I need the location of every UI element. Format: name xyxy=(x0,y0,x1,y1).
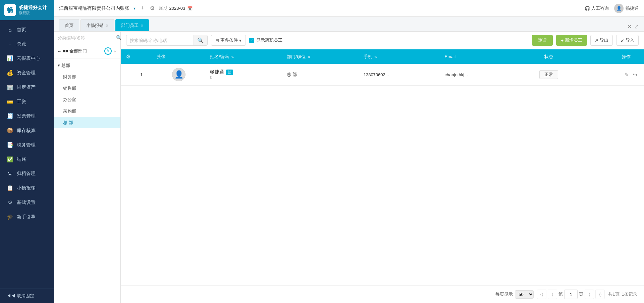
tab-home[interactable]: 首页 xyxy=(59,19,79,31)
col-settings[interactable]: ⚙ xyxy=(121,49,136,64)
topbar-right: 🎧 人工咨询 👤 畅捷通 xyxy=(585,4,639,13)
more-filters-button[interactable]: ⊞ 更多条件 ▾ xyxy=(211,35,246,46)
cancel-pin-button[interactable]: ◀◀ 取消固定 xyxy=(0,289,54,303)
dept-node-general[interactable]: 总 部 xyxy=(54,117,120,128)
col-actions: 操作 xyxy=(582,49,644,64)
close-xiaochang-tab-button[interactable]: × xyxy=(106,23,108,28)
tax-icon: 📑 xyxy=(7,142,13,148)
next-page-button[interactable]: ⟩ xyxy=(585,290,594,299)
dept-edit-button[interactable]: ✎ xyxy=(104,47,112,55)
sidebar-item-settings[interactable]: ⚙ 基础设置 xyxy=(0,195,54,210)
dept-node-root[interactable]: ▾ 总部 xyxy=(54,60,120,71)
employee-search-button[interactable]: 🔍 xyxy=(194,35,207,45)
sidebar-item-assets[interactable]: 🏢 固定资产 xyxy=(0,80,54,94)
invite-button[interactable]: 邀请 xyxy=(532,35,553,46)
sidebar-item-archive[interactable]: 🗂 归档管理 xyxy=(0,167,54,181)
employee-search-input[interactable] xyxy=(126,38,194,43)
col-avatar: 头像 xyxy=(152,49,205,64)
tab-employees-label: 部门员工 xyxy=(121,23,139,29)
dept-node-finance[interactable]: 财务部 xyxy=(54,71,120,83)
col-dept-pos[interactable]: 部门/职位 ⇅ xyxy=(282,49,359,64)
logo-button[interactable]: 畅 畅捷通好会计 旗舰版 xyxy=(0,0,54,20)
support-button[interactable]: 🎧 人工咨询 xyxy=(585,5,609,11)
xiaochang-icon: 📋 xyxy=(7,185,13,191)
dept-node-office[interactable]: 办公室 xyxy=(54,94,120,105)
sidebar-item-xiaochang[interactable]: 📋 小畅报销 xyxy=(0,181,54,195)
maximize-button[interactable]: ⤢ xyxy=(634,24,639,30)
dept-node-purchase[interactable]: 采购部 xyxy=(54,105,120,117)
avatar: 👤 xyxy=(614,4,624,13)
last-page-button[interactable]: ⟩⟩ xyxy=(595,290,605,299)
row-settings-cell xyxy=(121,64,136,86)
sidebar-item-funds[interactable]: 💰 资金管理 xyxy=(0,66,54,80)
show-resigned-toggle[interactable]: ✓ 显示离职员工 xyxy=(249,37,282,43)
export-button[interactable]: ↗ 导出 xyxy=(590,35,613,46)
prev-page-button[interactable]: ⟨ xyxy=(548,290,557,299)
support-label: 人工咨询 xyxy=(591,5,609,11)
sidebar-item-home[interactable]: ⌂ 首页 xyxy=(0,23,54,37)
sidebar-item-ledger[interactable]: ≡ 总账 xyxy=(0,37,54,51)
sidebar-item-checkout[interactable]: ✅ 结账 xyxy=(0,152,54,167)
app-name: 畅捷通好会计 xyxy=(19,5,47,10)
logout-employee-button[interactable]: ↪ xyxy=(633,72,637,78)
sidebar-item-tax[interactable]: 📑 税务管理 xyxy=(0,138,54,152)
sidebar-item-inventory[interactable]: 📦 库存核算 xyxy=(0,123,54,138)
employee-code: 0 xyxy=(210,75,277,80)
edit-employee-button[interactable]: ✎ xyxy=(625,72,629,78)
tab-home-label: 首页 xyxy=(65,23,73,29)
tab-employees[interactable]: 部门员工 × xyxy=(115,19,149,31)
tab-xiaochang[interactable]: 小畅报销 × xyxy=(80,19,114,31)
main-area: 江西服宝精品有限责任公司内账张 ▾ + ⚙ 账期 2023-03 📅 🎧 人工咨… xyxy=(54,0,644,303)
row-index: 1 xyxy=(140,72,143,77)
dept-node-sales[interactable]: 销售部 xyxy=(54,83,120,94)
filter-chevron-icon: ▾ xyxy=(239,38,241,43)
dept-sort-icon[interactable]: ⇅ xyxy=(308,55,310,59)
all-dept-text: ■■ 全部部门 xyxy=(63,48,87,54)
close-employees-tab-button[interactable]: × xyxy=(141,23,143,28)
add-employee-button[interactable]: + 新增员工 xyxy=(556,35,587,46)
sidebar-item-salary[interactable]: 💳 工资 xyxy=(0,94,54,109)
sidebar-item-reports[interactable]: 📊 云报表中心 xyxy=(0,51,54,66)
col-index xyxy=(136,49,152,64)
name-sort-icon[interactable]: ⇅ xyxy=(231,55,234,59)
row-email-cell: chanjethkj... xyxy=(440,64,516,86)
assets-icon: 🏢 xyxy=(7,84,13,90)
add-company-button[interactable]: + xyxy=(140,5,146,12)
page-number-input[interactable] xyxy=(564,290,578,299)
dept-action-icons: ✎ « xyxy=(104,47,116,55)
import-button[interactable]: ↙ 导入 xyxy=(616,35,639,46)
show-resigned-checkbox[interactable]: ✓ xyxy=(249,38,254,43)
all-departments-button[interactable]: ▪▪ ■■ 全部部门 ✎ « xyxy=(54,44,120,58)
dept-search-input[interactable] xyxy=(58,35,114,40)
sidebar-item-inventory-label: 库存核算 xyxy=(17,128,36,134)
company-dropdown-button[interactable]: ▾ xyxy=(133,6,136,11)
logo-text-block: 畅捷通好会计 旗舰版 xyxy=(19,5,47,15)
show-resigned-label: 显示离职员工 xyxy=(256,37,282,43)
topbar-settings-button[interactable]: ⚙ xyxy=(150,5,155,11)
phone-sort-icon[interactable]: ⇅ xyxy=(374,55,377,59)
dept-collapse-button[interactable]: « xyxy=(114,48,116,54)
col-phone[interactable]: 手机 ⇅ xyxy=(359,49,440,64)
per-page-select[interactable]: 10 20 50 100 xyxy=(515,290,534,299)
col-phone-label: 手机 xyxy=(364,54,372,59)
col-dept-pos-label: 部门/职位 xyxy=(287,54,306,59)
col-settings-icon[interactable]: ⚙ xyxy=(126,54,130,59)
page-total: 共1页, 1条记录 xyxy=(608,291,637,297)
col-avatar-label: 头像 xyxy=(157,54,166,59)
close-all-tabs-button[interactable]: ✕ xyxy=(627,24,632,30)
dept-search-bar: 🔍 xyxy=(54,32,120,44)
row-actions-cell: ✎ ↪ xyxy=(582,64,644,86)
sidebar-item-guide[interactable]: 🎓 新手引导 xyxy=(0,210,54,224)
calendar-icon[interactable]: 📅 xyxy=(187,6,193,11)
page-label: 第 xyxy=(558,291,563,297)
home-icon: ⌂ xyxy=(7,27,13,33)
user-menu-button[interactable]: 👤 畅捷通 xyxy=(614,4,639,13)
sidebar-item-invoice[interactable]: 🧾 发票管理 xyxy=(0,109,54,123)
ledger-icon: ≡ xyxy=(7,41,13,47)
first-page-button[interactable]: ⟨⟨ xyxy=(537,290,546,299)
sidebar-item-salary-label: 工资 xyxy=(17,99,26,105)
import-label: 导入 xyxy=(626,37,634,43)
period-label: 账期 xyxy=(159,5,167,11)
sidebar-nav: ⌂ 首页 ≡ 总账 📊 云报表中心 💰 资金管理 🏢 固定资产 💳 工资 🧾 发… xyxy=(0,20,54,289)
col-name-code[interactable]: 姓名/编码 ⇅ xyxy=(205,49,282,64)
